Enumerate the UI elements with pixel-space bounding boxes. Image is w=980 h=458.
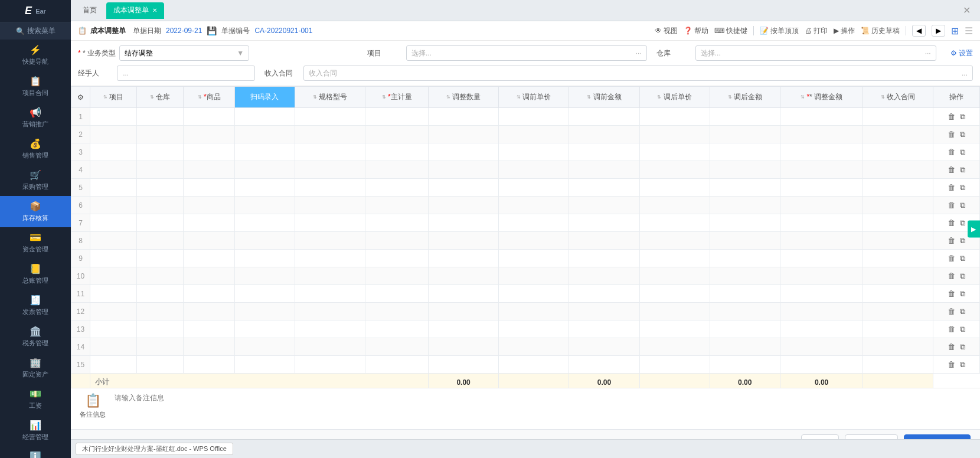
copy-row-button[interactable]: ⧉ [959, 164, 966, 176]
after-amount-cell[interactable] [710, 161, 780, 179]
after-price-cell[interactable] [639, 214, 710, 232]
sidebar-search[interactable]: 🔍 搜索菜单 [0, 22, 71, 40]
product-cell[interactable] [184, 285, 235, 303]
delete-row-button[interactable]: 🗑 [946, 288, 956, 300]
spec-cell[interactable] [295, 232, 365, 250]
sidebar-item-project-contract[interactable]: 📋 项目合同 [0, 71, 71, 102]
scan-cell[interactable] [235, 197, 295, 214]
income-contract-cell[interactable] [863, 108, 933, 126]
warehouse-cell[interactable] [137, 143, 184, 161]
history-action[interactable]: 📜 历史草稿 [861, 26, 900, 36]
help-action[interactable]: ❓ 帮助 [684, 26, 708, 36]
after-amount-cell[interactable] [710, 143, 780, 161]
product-cell[interactable] [184, 197, 235, 214]
scan-cell[interactable] [235, 303, 295, 320]
grid-view-icon[interactable]: ⊞ [951, 25, 959, 37]
spec-cell[interactable] [295, 126, 365, 143]
adjust-amount-cell[interactable] [780, 356, 863, 374]
after-amount-cell[interactable] [710, 179, 780, 197]
adjust-qty-cell[interactable] [429, 232, 499, 250]
before-price-cell[interactable] [499, 126, 569, 143]
after-amount-cell[interactable] [710, 267, 780, 285]
tab-cost-adjust[interactable]: 成本调整单 ✕ [106, 2, 164, 19]
after-price-cell[interactable] [639, 267, 710, 285]
income-contract-cell[interactable] [863, 214, 933, 232]
adjust-amount-cell[interactable] [780, 214, 863, 232]
delete-row-button[interactable]: 🗑 [946, 323, 956, 335]
warehouse-cell[interactable] [137, 285, 184, 303]
adjust-qty-cell[interactable] [429, 214, 499, 232]
scan-cell[interactable] [235, 338, 295, 356]
business-type-select[interactable]: 结存调整 ▼ [119, 45, 249, 61]
col-scan[interactable]: 扫码录入 [235, 87, 295, 108]
shortcut-action[interactable]: ⌨ 快捷键 [714, 26, 747, 36]
before-amount-cell[interactable] [569, 338, 639, 356]
adjust-amount-cell[interactable] [780, 320, 863, 338]
after-price-cell[interactable] [639, 338, 710, 356]
before-price-cell[interactable] [499, 232, 569, 250]
income-contract-cell[interactable] [863, 179, 933, 197]
spec-cell[interactable] [295, 267, 365, 285]
nav-prev-button[interactable]: ◀ [912, 25, 926, 37]
scan-cell[interactable] [235, 161, 295, 179]
warehouse-select[interactable]: 选择... ··· [695, 45, 936, 61]
before-price-cell[interactable] [499, 285, 569, 303]
adjust-qty-cell[interactable] [429, 197, 499, 214]
project-cell[interactable] [90, 232, 137, 250]
warehouse-cell[interactable] [137, 250, 184, 267]
sidebar-item-tax[interactable]: 🏛️ 税务管理 [0, 321, 71, 352]
product-cell[interactable] [184, 303, 235, 320]
product-cell[interactable] [184, 126, 235, 143]
product-cell[interactable] [184, 232, 235, 250]
adjust-amount-cell[interactable] [780, 126, 863, 143]
scan-cell[interactable] [235, 214, 295, 232]
before-amount-cell[interactable] [569, 179, 639, 197]
delete-row-button[interactable]: 🗑 [946, 235, 956, 247]
after-amount-cell[interactable] [710, 126, 780, 143]
unit-cell[interactable] [365, 285, 429, 303]
unit-cell[interactable] [365, 161, 429, 179]
project-cell[interactable] [90, 356, 137, 374]
scan-cell[interactable] [235, 285, 295, 303]
before-amount-cell[interactable] [569, 197, 639, 214]
copy-row-button[interactable]: ⧉ [959, 323, 966, 335]
copy-row-button[interactable]: ⧉ [959, 359, 966, 371]
after-price-cell[interactable] [639, 108, 710, 126]
copy-row-button[interactable]: ⧉ [959, 306, 966, 318]
settings-btn[interactable]: ⚙ 设置 [950, 48, 973, 58]
product-cell[interactable] [184, 267, 235, 285]
scan-cell[interactable] [235, 267, 295, 285]
col-settings[interactable]: ⚙ [71, 87, 90, 108]
spec-cell[interactable] [295, 285, 365, 303]
unit-cell[interactable] [365, 108, 429, 126]
before-amount-cell[interactable] [569, 356, 639, 374]
unit-cell[interactable] [365, 338, 429, 356]
income-contract-cell[interactable] [863, 197, 933, 214]
adjust-qty-cell[interactable] [429, 267, 499, 285]
window-close-button[interactable]: ✕ [958, 5, 975, 16]
after-amount-cell[interactable] [710, 320, 780, 338]
unit-cell[interactable] [365, 320, 429, 338]
before-price-cell[interactable] [499, 214, 569, 232]
income-contract-cell[interactable] [863, 356, 933, 374]
before-amount-cell[interactable] [569, 320, 639, 338]
taskbar-item[interactable]: 木门行业好业财处理方案-墨红红.doc - WPS Office [76, 443, 233, 455]
warehouse-cell[interactable] [137, 161, 184, 179]
copy-row-button[interactable]: ⧉ [959, 129, 966, 140]
spec-cell[interactable] [295, 179, 365, 197]
table-wrapper[interactable]: ⚙ ⇅ 项目 ⇅ 仓库 ⇅ *商品 扫码录入 ⇅ 规格型号 ⇅ *主计量 ⇅ 调… [71, 86, 980, 388]
spec-cell[interactable] [295, 161, 365, 179]
scan-cell[interactable] [235, 356, 295, 374]
after-price-cell[interactable] [639, 320, 710, 338]
before-price-cell[interactable] [499, 338, 569, 356]
adjust-qty-cell[interactable] [429, 320, 499, 338]
adjust-amount-cell[interactable] [780, 179, 863, 197]
before-amount-cell[interactable] [569, 161, 639, 179]
product-cell[interactable] [184, 356, 235, 374]
copy-row-button[interactable]: ⧉ [959, 199, 966, 211]
delete-row-button[interactable]: 🗑 [946, 217, 956, 229]
sidebar-item-ledger[interactable]: 📒 总账管理 [0, 259, 71, 290]
copy-row-button[interactable]: ⧉ [959, 253, 966, 264]
project-cell[interactable] [90, 179, 137, 197]
project-cell[interactable] [90, 267, 137, 285]
